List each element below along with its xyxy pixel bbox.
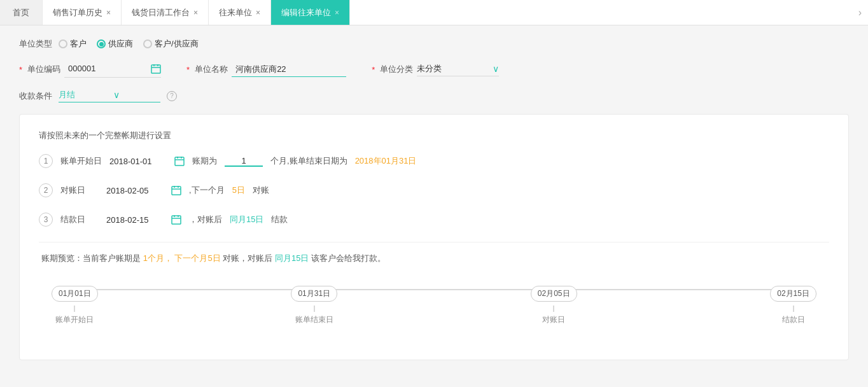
step-1-row: 1 账单开始日 2018-01-01 账期为 个月,账单结束日期为 2018年0… [39, 154, 829, 168]
step-2-highlight: 5日 [232, 185, 245, 196]
timeline-label-3: 对账日 [542, 314, 565, 325]
radio-both-circle [143, 39, 152, 48]
unit-name-label: 单位名称 [195, 64, 228, 75]
unit-category-value: 未分类 [417, 63, 442, 74]
step-3-number: 3 [39, 213, 53, 227]
unit-category-star: * [372, 65, 375, 74]
unit-info-row: * 单位编码 * 单位名称 * 单位分类 未分类 ∨ [19, 61, 849, 78]
unit-category-group: * 单位分类 未分类 ∨ [372, 63, 499, 76]
step-2-label: 对账日 [60, 185, 99, 196]
tab-partner-label: 往来单位 [219, 7, 252, 18]
step-2-number: 2 [39, 183, 53, 197]
step-1-month-input[interactable] [225, 156, 263, 167]
payment-term-row: 收款条件 月结 ∨ ? [19, 89, 849, 102]
unit-name-group: * 单位名称 [186, 62, 346, 77]
timeline: 01月01日 账单开始日 01月31日 账单结束日 02月05日 对账日 02月… [39, 277, 829, 344]
step-1-calendar-icon[interactable] [174, 156, 185, 166]
tab-sales-history-close[interactable]: × [106, 8, 111, 17]
unit-name-star: * [186, 65, 190, 74]
svg-rect-8 [172, 186, 181, 195]
unit-code-star: * [19, 65, 22, 74]
step-3-prefix: ，对账后 [189, 214, 222, 225]
timeline-item-1: 01月01日 账单开始日 [52, 283, 98, 325]
payment-help-icon[interactable]: ? [167, 91, 177, 101]
preview-row: 账期预览：当前客户账期是 1个月， 下一个月5日 对账，对账后 同月15日 该客… [39, 253, 829, 264]
step-1-label: 账单开始日 [60, 155, 102, 167]
timeline-tick-2 [314, 306, 315, 312]
unit-category-label: 单位分类 [380, 64, 413, 75]
payment-term-value: 月结 [59, 89, 75, 101]
step-2-calendar-icon[interactable] [171, 185, 181, 195]
tab-home[interactable]: 首页 [0, 0, 43, 25]
tab-cashwork-close[interactable]: × [193, 8, 198, 17]
step-1-suffix-after: 个月,账单结束日期为 [270, 155, 347, 167]
payment-term-chevron: ∨ [113, 90, 120, 100]
preview-middle: 对账，对账后 [223, 253, 272, 263]
unit-category-select[interactable]: 未分类 ∨ [417, 63, 499, 76]
timeline-label-4: 结款日 [782, 314, 805, 325]
radio-supplier[interactable]: 供应商 [97, 38, 133, 50]
tab-sales-history-label: 销售订单历史 [53, 7, 102, 18]
tab-sales-history[interactable]: 销售订单历史 × [43, 0, 122, 25]
unit-type-radio-group: 客户 供应商 客户/供应商 [59, 38, 199, 50]
tab-home-label: 首页 [13, 7, 29, 18]
step-3-highlight: 同月15日 [230, 214, 263, 225]
step-3-label: 结款日 [60, 214, 99, 225]
step-3-suffix: 结款 [271, 214, 288, 225]
preview-part1: 1个月， [143, 253, 172, 263]
preview-label: 账期预览：当前客户账期是 [41, 253, 141, 263]
radio-customer[interactable]: 客户 [59, 38, 87, 50]
step-2-row: 2 对账日 2018-02-05 ,下一个月 5日 对账 [39, 183, 829, 197]
step-1-number: 1 [39, 154, 53, 168]
unit-code-input[interactable] [64, 61, 147, 76]
step-2-suffix: 对账 [253, 185, 269, 196]
timeline-pill-4: 02月15日 [770, 286, 816, 302]
step-2-prefix: ,下一个月 [189, 185, 225, 196]
unit-name-input[interactable] [232, 62, 346, 77]
timeline-label-1: 账单开始日 [55, 314, 94, 325]
step-3-calendar-icon[interactable] [171, 215, 181, 225]
tab-edit-partner-label: 编辑往来单位 [281, 7, 331, 18]
svg-rect-12 [172, 216, 181, 224]
tab-partner-close[interactable]: × [256, 8, 260, 17]
radio-supplier-circle [97, 39, 106, 48]
timeline-pill-2: 01月31日 [291, 286, 337, 302]
step-2-date: 2018-02-05 [106, 186, 164, 195]
unit-category-chevron: ∨ [493, 64, 499, 74]
radio-both-label: 客户/供应商 [155, 38, 199, 50]
period-section: 请按照未来的一个完整帐期进行设置 1 账单开始日 2018-01-01 账期为 … [19, 114, 849, 360]
step-1-date: 2018-01-01 [109, 157, 167, 166]
section-instruction: 请按照未来的一个完整帐期进行设置 [39, 130, 829, 141]
step-1-end-date: 2018年01月31日 [355, 155, 417, 167]
timeline-tick-3 [553, 306, 554, 312]
preview-end: 该客户会给我打款。 [311, 253, 386, 263]
timeline-tick-4 [793, 306, 794, 312]
radio-both[interactable]: 客户/供应商 [143, 38, 199, 50]
unit-type-label: 单位类型 [19, 38, 52, 50]
payment-term-label: 收款条件 [19, 90, 52, 102]
tab-edit-partner-close[interactable]: × [335, 8, 339, 17]
tab-edit-partner[interactable]: 编辑往来单位 × [271, 0, 350, 25]
tab-cashwork[interactable]: 钱货日清工作台 × [122, 0, 209, 25]
step-1-suffix-before: 账期为 [192, 155, 217, 167]
tab-partner[interactable]: 往来单位 × [209, 0, 271, 25]
unit-code-label: 单位编码 [27, 64, 60, 75]
payment-term-select[interactable]: 月结 ∨ [59, 89, 160, 102]
timeline-item-2: 01月31日 账单结束日 [291, 283, 337, 325]
radio-customer-label: 客户 [70, 38, 87, 50]
timeline-item-4: 02月15日 结款日 [770, 283, 816, 325]
radio-customer-circle [59, 39, 67, 48]
timeline-pill-1: 01月01日 [52, 286, 98, 302]
chevron-right-icon[interactable]: › [858, 7, 862, 18]
main-content: 单位类型 客户 供应商 客户/供应商 * 单位编码 [0, 25, 868, 387]
timeline-items: 01月01日 账单开始日 01月31日 账单结束日 02月05日 对账日 02月… [52, 283, 816, 325]
unit-code-icon[interactable] [151, 64, 161, 74]
unit-code-group: * 单位编码 [19, 61, 161, 78]
timeline-label-2: 账单结束日 [295, 314, 333, 325]
preview-part3: 同月15日 [275, 253, 309, 263]
unit-type-row: 单位类型 客户 供应商 客户/供应商 [19, 38, 849, 50]
timeline-tick-1 [74, 306, 75, 312]
unit-code-input-wrapper [64, 61, 161, 78]
timeline-item-3: 02月05日 对账日 [531, 283, 577, 325]
tab-bar-right: › [852, 0, 868, 25]
